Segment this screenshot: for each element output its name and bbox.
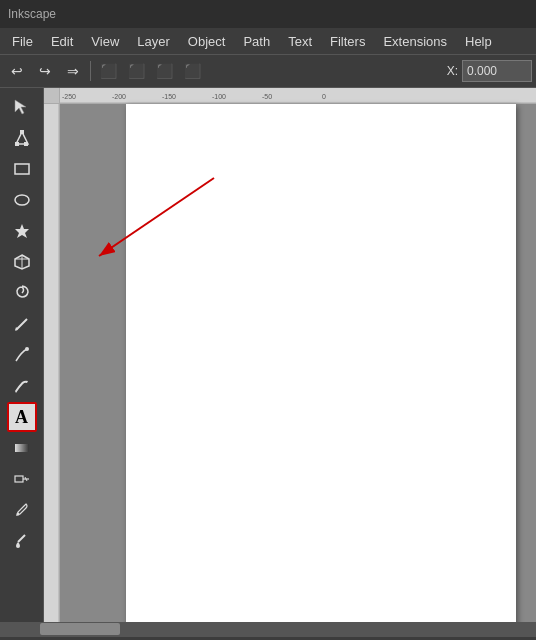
svg-rect-3 — [20, 130, 24, 134]
svg-rect-13 — [15, 444, 29, 452]
menu-item-help[interactable]: Help — [457, 32, 500, 51]
canvas-area[interactable]: -250 -200 -150 -100 -50 0 — [44, 88, 536, 622]
svg-rect-1 — [15, 142, 19, 146]
tool-gradient[interactable] — [7, 433, 37, 463]
menu-item-filters[interactable]: Filters — [322, 32, 373, 51]
svg-marker-0 — [15, 100, 26, 114]
toolbar-separator-1 — [90, 61, 91, 81]
menu-item-file[interactable]: File — [4, 32, 41, 51]
svg-text:-150: -150 — [162, 93, 176, 100]
ruler-left — [44, 104, 60, 622]
menu-item-extensions[interactable]: Extensions — [375, 32, 455, 51]
align-center-button[interactable]: ⬛ — [123, 58, 149, 84]
menu-item-path[interactable]: Path — [235, 32, 278, 51]
toolbox: A — [0, 88, 44, 622]
menu-item-edit[interactable]: Edit — [43, 32, 81, 51]
toolbar: ↩ ↪ ⇒ ⬛ ⬛ ⬛ ⬛ X: — [0, 54, 536, 88]
tool-text[interactable]: A — [7, 402, 37, 432]
x-label: X: — [447, 64, 458, 78]
menu-item-layer[interactable]: Layer — [129, 32, 178, 51]
ruler-top: -250 -200 -150 -100 -50 0 — [60, 88, 536, 104]
svg-text:-200: -200 — [112, 93, 126, 100]
distribute-right-button[interactable]: ⬛ — [179, 58, 205, 84]
svg-text:-100: -100 — [212, 93, 226, 100]
tool-eyedropper[interactable] — [7, 495, 37, 525]
tool-star[interactable] — [7, 216, 37, 246]
hscrollbar[interactable] — [0, 622, 536, 636]
undo-button[interactable]: ↩ — [4, 58, 30, 84]
menubar: FileEditViewLayerObjectPathTextFiltersEx… — [0, 28, 536, 54]
menu-item-text[interactable]: Text — [280, 32, 320, 51]
x-input[interactable] — [462, 60, 532, 82]
svg-marker-6 — [15, 224, 29, 238]
tool-pen[interactable] — [7, 340, 37, 370]
ruler-corner — [44, 88, 60, 104]
svg-text:0: 0 — [322, 93, 326, 100]
titlebar: Inkscape — [0, 0, 536, 28]
svg-rect-2 — [24, 142, 28, 146]
svg-rect-4 — [15, 164, 29, 174]
tool-pencil[interactable] — [7, 309, 37, 339]
svg-point-17 — [16, 513, 19, 516]
tool-rectangle[interactable] — [7, 154, 37, 184]
tool-ellipse[interactable] — [7, 185, 37, 215]
scroll-thumb[interactable] — [40, 623, 120, 635]
canvas-page — [126, 104, 516, 622]
main-area: A -250 -200 -150 -100 -50 0 — [0, 88, 536, 622]
distribute-left-button[interactable]: ⬛ — [151, 58, 177, 84]
svg-point-5 — [15, 195, 29, 205]
tool-3d[interactable] — [7, 247, 37, 277]
tool-paint[interactable] — [7, 526, 37, 556]
statusbar — [0, 636, 536, 640]
redo-button[interactable]: ↪ — [32, 58, 58, 84]
tool-calligraphy[interactable] — [7, 371, 37, 401]
tool-dropper[interactable] — [7, 464, 37, 494]
svg-text:-250: -250 — [62, 93, 76, 100]
svg-text:-50: -50 — [262, 93, 272, 100]
svg-point-12 — [25, 347, 29, 351]
coord-x: X: — [447, 60, 532, 82]
tool-node[interactable] — [7, 123, 37, 153]
forward-button[interactable]: ⇒ — [60, 58, 86, 84]
tool-spiral[interactable] — [7, 278, 37, 308]
menu-item-object[interactable]: Object — [180, 32, 234, 51]
menu-item-view[interactable]: View — [83, 32, 127, 51]
tool-select[interactable] — [7, 92, 37, 122]
svg-line-10 — [16, 319, 27, 330]
svg-rect-14 — [15, 476, 23, 482]
title-text: Inkscape — [8, 7, 56, 21]
align-left-button[interactable]: ⬛ — [95, 58, 121, 84]
